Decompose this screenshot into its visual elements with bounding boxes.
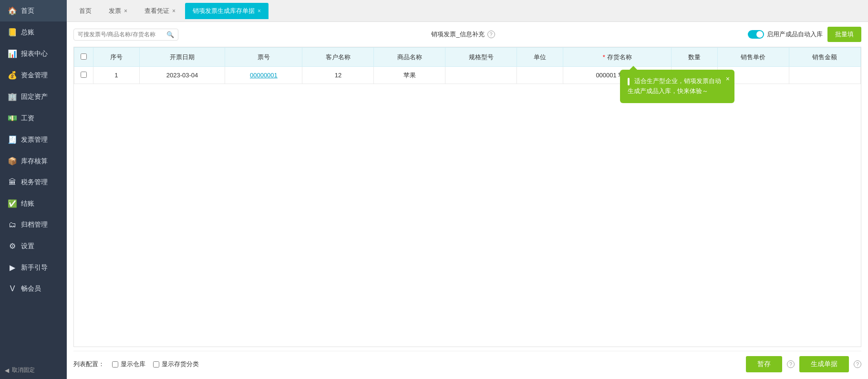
show-warehouse-text: 显示仓库	[121, 360, 145, 368]
tab-invoice[interactable]: 发票 ×	[101, 3, 135, 19]
batch-fill-button[interactable]: 批量填	[827, 27, 861, 42]
funds-icon: 💰	[8, 71, 17, 80]
sidebar-item-archive[interactable]: 🗂 归档管理	[0, 214, 67, 235]
sidebar-item-ledger[interactable]: 📒 总账	[0, 21, 67, 43]
tab-bar: 首页 发票 × 查看凭证 × 销项发票生成库存单据 ×	[67, 0, 868, 22]
col-spec: 规格型号	[445, 48, 517, 67]
tab-invoice-close[interactable]: ×	[124, 8, 127, 14]
assets-icon: 🏢	[8, 92, 17, 101]
ticket-no-link[interactable]: 00000001	[250, 72, 278, 79]
sidebar-item-reports[interactable]: 📊 报表中心	[0, 43, 67, 64]
bottom-bar: 列表配置： 显示仓库 显示存货分类 暂存 ? 生成单据 ?	[73, 351, 861, 374]
pin-icon: ◀	[5, 367, 9, 374]
col-price: 销售单价	[717, 48, 789, 67]
main-panel: 首页 发票 × 查看凭证 × 销项发票生成库存单据 × 🔍 销项发票_信息补充	[67, 0, 868, 379]
tooltip-close-button[interactable]: ×	[726, 74, 730, 84]
sidebar-item-assets[interactable]: 🏢 固定资产	[0, 86, 67, 107]
reports-icon: 📊	[8, 49, 17, 58]
toolbar: 🔍 销项发票_信息补充 ? 启用产成品自动入库 批量填	[73, 27, 861, 42]
sidebar-item-member[interactable]: V 畅会员	[0, 278, 67, 299]
col-unit: 单位	[517, 48, 563, 67]
row-product: 苹果	[374, 67, 445, 84]
archive-icon: 🗂	[8, 221, 17, 229]
data-table: 序号 开票日期 票号 客户名称 商品名称 规格型号 单位 存货名称 数量 销售单…	[74, 47, 861, 84]
tab-voucher-close[interactable]: ×	[172, 8, 176, 14]
data-table-wrapper: 序号 开票日期 票号 客户名称 商品名称 规格型号 单位 存货名称 数量 销售单…	[73, 47, 861, 347]
col-date: 开票日期	[139, 48, 225, 67]
tax-icon: 🏛	[8, 178, 17, 187]
invoices-icon: 🧾	[8, 135, 17, 144]
sidebar-item-funds[interactable]: 💰 资金管理	[0, 64, 67, 86]
sidebar-label-settings: 设置	[21, 242, 34, 251]
generate-button[interactable]: 生成单据	[799, 356, 849, 372]
sidebar-label-member: 畅会员	[21, 284, 41, 293]
info-label: 销项发票_信息补充	[431, 30, 484, 39]
show-category-label[interactable]: 显示存货分类	[153, 360, 199, 368]
sidebar-label-archive: 归档管理	[21, 221, 48, 229]
select-all-checkbox[interactable]	[81, 53, 87, 60]
search-box[interactable]: 🔍	[73, 29, 178, 41]
config-label: 列表配置：	[73, 360, 104, 368]
row-checkbox[interactable]	[81, 72, 87, 78]
toolbar-left: 🔍	[73, 29, 178, 41]
tab-cancel-invoice-label: 销项发票生成库存单据	[193, 7, 255, 15]
search-input[interactable]	[78, 31, 166, 38]
home-icon: 🏠	[8, 6, 17, 15]
tooltip-text: 适合生产型企业，销项发票自动生成产成品入库，快来体验～	[628, 77, 721, 95]
col-quantity: 数量	[672, 48, 718, 67]
col-customer: 客户名称	[302, 48, 374, 67]
sidebar-item-closing[interactable]: ✅ 结账	[0, 193, 67, 214]
sidebar-label-guide: 新手引导	[21, 263, 48, 272]
sidebar-item-salary[interactable]: 💵 工资	[0, 107, 67, 129]
show-category-text: 显示存货分类	[162, 360, 199, 368]
sidebar-label-invoices: 发票管理	[21, 136, 48, 144]
tooltip-popup: × 适合生产型企业，销项发票自动生成产成品入库，快来体验～	[620, 70, 734, 103]
tab-home-label: 首页	[79, 7, 92, 15]
col-inventory: 存货名称	[563, 48, 672, 67]
sidebar-item-tax[interactable]: 🏛 税务管理	[0, 172, 67, 193]
show-warehouse-checkbox[interactable]	[112, 361, 118, 368]
tab-invoice-label: 发票	[109, 7, 121, 15]
sidebar-item-guide[interactable]: ▶ 新手引导	[0, 257, 67, 278]
tab-voucher[interactable]: 查看凭证 ×	[137, 3, 183, 19]
save-help-icon[interactable]: ?	[787, 360, 795, 368]
tab-cancel-invoice[interactable]: 销项发票生成库存单据 ×	[185, 3, 269, 19]
sidebar-label-inventory: 库存核算	[21, 157, 48, 166]
search-icon: 🔍	[166, 31, 174, 38]
closing-icon: ✅	[8, 199, 17, 208]
save-button[interactable]: 暂存	[746, 356, 782, 372]
sidebar: 🏠 首页 📒 总账 📊 报表中心 💰 资金管理 🏢 固定资产 💵 工资 🧾 发票…	[0, 0, 67, 379]
tab-cancel-invoice-close[interactable]: ×	[258, 8, 261, 14]
toolbar-center: 销项发票_信息补充 ?	[431, 30, 495, 39]
auto-warehouse-toggle[interactable]	[748, 30, 764, 39]
bottom-left: 列表配置： 显示仓库 显示存货分类	[73, 360, 199, 368]
help-icon[interactable]: ?	[487, 31, 495, 38]
sidebar-footer[interactable]: ◀ 取消固定	[0, 361, 67, 379]
col-checkbox	[74, 48, 93, 67]
sidebar-label-salary: 工资	[21, 114, 34, 123]
bottom-right: 暂存 ? 生成单据 ?	[746, 356, 861, 372]
ledger-icon: 📒	[8, 28, 17, 37]
sidebar-item-home[interactable]: 🏠 首页	[0, 0, 67, 21]
tab-voucher-label: 查看凭证	[145, 7, 169, 15]
tooltip-caret	[628, 78, 630, 85]
row-customer: 12	[302, 67, 374, 84]
row-checkbox-cell	[74, 67, 93, 84]
tab-home[interactable]: 首页	[72, 3, 99, 19]
sidebar-item-settings[interactable]: ⚙ 设置	[0, 235, 67, 257]
show-category-checkbox[interactable]	[153, 361, 159, 368]
sidebar-label-home: 首页	[21, 7, 34, 15]
col-seq: 序号	[93, 48, 140, 67]
row-spec	[445, 67, 517, 84]
show-warehouse-label[interactable]: 显示仓库	[112, 360, 145, 368]
sidebar-item-inventory[interactable]: 📦 库存核算	[0, 150, 67, 172]
sidebar-item-invoices[interactable]: 🧾 发票管理	[0, 129, 67, 150]
sidebar-label-funds: 资金管理	[21, 71, 48, 80]
row-date: 2023-03-04	[139, 67, 225, 84]
inventory-icon: 📦	[8, 157, 17, 166]
salary-icon: 💵	[8, 114, 17, 123]
row-unit	[517, 67, 563, 84]
generate-help-icon[interactable]: ?	[854, 360, 861, 368]
row-seq: 1	[93, 67, 140, 84]
table-row: 1 2023-03-04 00000001 12 苹果 000001 苹果 个 …	[74, 67, 861, 84]
